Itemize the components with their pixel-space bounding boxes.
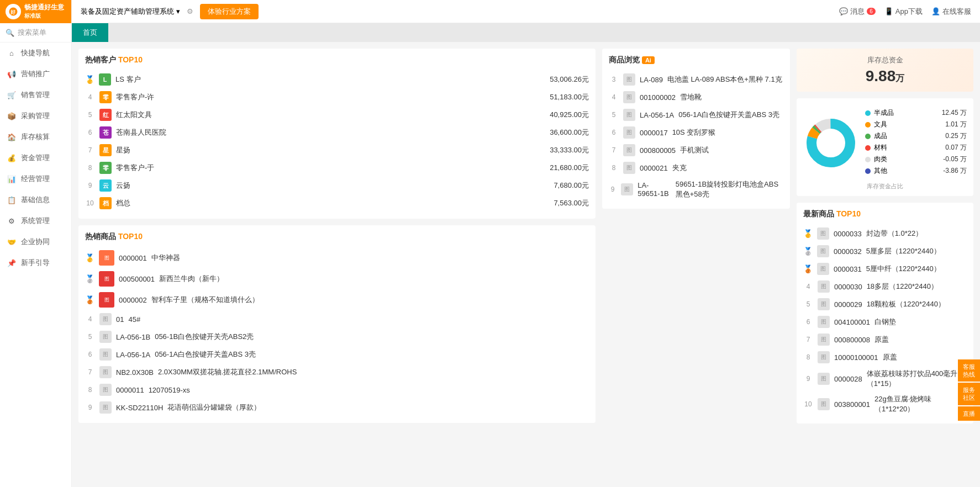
rank-medal: 🥇: [85, 75, 94, 84]
sidebar-item-purchase[interactable]: 📦 采购管理: [0, 105, 71, 126]
product-name: 45#: [128, 315, 140, 324]
legend-item: 材料 0.07 万: [865, 143, 967, 152]
customer-name: 零售客户-于: [116, 163, 545, 173]
rank-num: 9: [85, 404, 95, 411]
topbar-right: 💬 消息 6 📱 App下载 👤 在线客服: [839, 7, 971, 17]
newest-item: 9 图 0000028 体嵌荔枝味苏打饮品400毫升（1*15）: [803, 366, 967, 391]
sidebar-search[interactable]: 🔍 搜索菜单: [0, 23, 71, 43]
newest-item: 🥈 图 0000032 5厘多层（1220*2440）: [803, 242, 967, 260]
rank-num: 5: [609, 111, 619, 119]
dropdown-icon: ▾: [176, 7, 180, 15]
sales-icon: 🛒: [7, 91, 17, 99]
sidebar-item-basics[interactable]: 📋 基础信息: [0, 189, 71, 210]
app-download[interactable]: 📱 App下载: [884, 7, 923, 17]
customer-name: 红太阳文具: [116, 110, 545, 120]
rank-num: 7: [803, 336, 813, 343]
sidebar-item-marketing[interactable]: 📢 营销推广: [0, 63, 71, 84]
sidebar-nav: ⌂ 快捷导航 📢 营销推广 🛒 销售管理 📦 采购管理 🏠 库存核算 💰 资金管…: [0, 43, 71, 487]
settings-icon[interactable]: ⚙: [187, 7, 193, 15]
rank-num: 8: [803, 353, 813, 361]
sidebar-item-label: 库存核算: [21, 132, 50, 142]
sidebar-item-label: 销售管理: [21, 90, 50, 100]
product-thumb: 图: [818, 316, 830, 328]
stock-total-value: 9.88万: [805, 67, 965, 85]
customer-amount: 21,680.00元: [550, 163, 589, 173]
sidebar-logo: 好 畅捷通好生意 标准版: [0, 0, 71, 23]
content-area: 热销客户 TOP10 🥇 L LS 客户 53,006.26元 4 零 零售客户…: [72, 42, 980, 487]
rank-num: 10: [85, 199, 95, 207]
customer-service-btn[interactable]: 客服热线: [958, 359, 980, 382]
avatar: 红: [99, 109, 112, 121]
service-community-btn[interactable]: 服务社区: [958, 383, 980, 405]
customer-amount: 33,333.00元: [550, 145, 589, 155]
sidebar-item-system[interactable]: ⚙ 系统管理: [0, 210, 71, 231]
product-code: 0000030: [834, 283, 862, 291]
customer-name: LS 客户: [115, 75, 545, 84]
system-title-dropdown[interactable]: 装备及固定资产辅助管理系统 ▾: [81, 7, 180, 17]
search-icon: 🔍: [6, 29, 14, 37]
legend-value: 0.25 万: [945, 131, 967, 141]
experience-btn[interactable]: 体验行业方案: [200, 4, 259, 19]
product-view-item: 6 图 0000017 10S 变刮罗猴: [609, 124, 783, 141]
sidebar-item-operations[interactable]: 📊 经营管理: [0, 168, 71, 189]
sidebar-item-finance[interactable]: 💰 资金管理: [0, 147, 71, 168]
sidebar-item-quicknav[interactable]: ⌂ 快捷导航: [0, 43, 71, 63]
rank-num: 6: [85, 351, 95, 358]
product-thumb: 图: [99, 366, 112, 378]
online-service[interactable]: 👤 在线客服: [931, 7, 971, 17]
product-code: 0000031: [834, 265, 862, 273]
product-view-item: 5 图 LA-056-1A 056-1A白色按键开关盖ABS 3壳: [609, 106, 783, 124]
rank-num: 4: [85, 315, 95, 323]
sidebar-item-label: 采购管理: [21, 111, 50, 121]
live-btn[interactable]: 直播: [958, 406, 980, 421]
rank-num: 6: [85, 129, 95, 136]
col-left: 热销客户 TOP10 🥇 L LS 客户 53,006.26元 4 零 零售客户…: [78, 49, 596, 480]
product-name: 花语萌侣温分罐罐袋（厚款）: [167, 403, 261, 412]
avatar: 苍: [99, 126, 112, 139]
product-name: 电池盖 LA-089 ABS本色+黑种 7.1克: [667, 75, 782, 84]
product-thumb: 图: [818, 398, 830, 410]
avatar: L: [99, 73, 111, 86]
rank-num: 4: [609, 93, 619, 101]
customer-amount: 7,563.00元: [554, 198, 589, 208]
customer-amount: 36,600.00元: [550, 128, 589, 137]
legend-dot: [865, 168, 871, 174]
product-code: 0000001: [119, 254, 147, 262]
sidebar-item-inventory[interactable]: 🏠 库存核算: [0, 126, 71, 147]
rank-num: 5: [85, 333, 95, 341]
legend-dot: [865, 122, 871, 128]
top-customers-card: 热销客户 TOP10 🥇 L LS 客户 53,006.26元 4 零 零售客户…: [78, 49, 596, 219]
sidebar-item-collab[interactable]: 🤝 企业协同: [0, 231, 71, 252]
product-item: 5 图 LA-056-1B 056-1B白色按键开关壳ABS2壳: [85, 328, 589, 346]
legend-dot: [865, 145, 871, 151]
sidebar-item-guide[interactable]: 📌 新手引导: [0, 252, 71, 273]
legend-item: 其他 -3.86 万: [865, 166, 967, 176]
product-code: LA-089: [640, 76, 663, 84]
tab-home[interactable]: 首页: [72, 23, 108, 42]
sidebar-item-sales[interactable]: 🛒 销售管理: [0, 84, 71, 105]
basics-icon: 📋: [7, 196, 17, 204]
legend-label: 肉类: [874, 155, 940, 164]
logo-badge: 标准版: [24, 12, 64, 20]
product-name: 59651-1B旋转投影灯电池盒ABS黑色+58壳: [676, 179, 783, 199]
list-item: 5 红 红太阳文具 40,925.00元: [85, 106, 589, 124]
product-name: 056-1A白色按键开关盖ABS 3壳: [155, 350, 256, 359]
customer-name: 星扬: [116, 145, 545, 155]
stock-legend: 半成品 12.45 万 文具 1.01 万 成品 0: [865, 108, 967, 178]
product-thumb: 图: [623, 91, 635, 103]
sidebar-item-label: 基础信息: [21, 195, 50, 205]
rank-num: 8: [609, 164, 619, 172]
product-item: 🥉 图 0000002 智利车子里（规格不知道填什么）: [85, 289, 589, 310]
product-code: 01: [116, 315, 124, 324]
rank-medal: 🥉: [803, 264, 813, 273]
message-item[interactable]: 💬 消息 6: [839, 7, 876, 17]
product-thumb: 图: [99, 292, 114, 308]
rank-medal: 🥇: [85, 253, 94, 262]
product-code: 004100001: [834, 318, 870, 326]
rank-num: 5: [803, 300, 813, 308]
customer-amount: 40,925.00元: [550, 110, 589, 120]
svg-point-7: [817, 129, 845, 157]
rank-medal: 🥈: [803, 247, 813, 256]
avatar: 云: [99, 179, 112, 192]
product-code: 0000032: [834, 247, 862, 256]
